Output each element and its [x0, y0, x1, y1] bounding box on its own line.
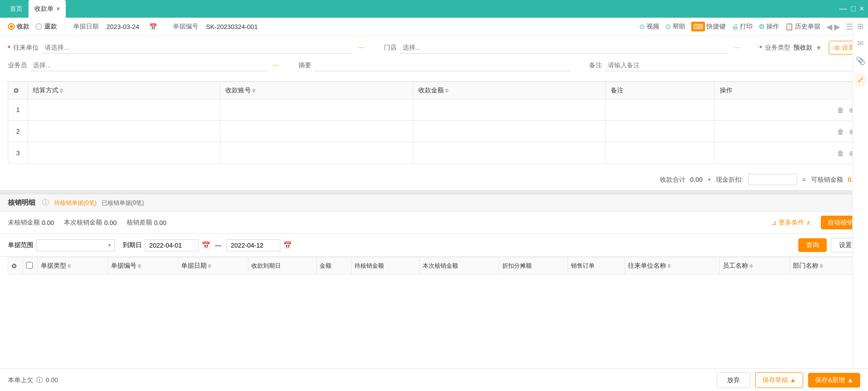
row-2-settle[interactable]	[28, 121, 220, 142]
account-sort[interactable]: 收款账号	[225, 86, 256, 95]
save-new-btn[interactable]: 保存&新增 ▲	[808, 373, 860, 388]
close-btn[interactable]: ×	[860, 4, 864, 13]
current-info-icon[interactable]: ⓘ	[36, 376, 43, 385]
row-2-amount[interactable]	[413, 121, 605, 142]
select-all-checkbox[interactable]	[26, 262, 33, 269]
query-btn[interactable]: 查询	[798, 238, 827, 252]
amount-sort[interactable]: 收款金额	[418, 86, 449, 95]
save-new-label: 保存&新增	[815, 376, 845, 385]
store-more-icon[interactable]: ···	[733, 43, 740, 52]
abandon-btn[interactable]: 放弃	[717, 372, 750, 388]
date-label: 单据日期	[73, 22, 99, 31]
video-btn[interactable]: ⊙ 视频	[639, 22, 659, 31]
business-type-select[interactable]: 预收款 ▼	[793, 43, 822, 52]
draft-arrow-icon[interactable]: ▲	[790, 376, 796, 384]
row-3-delete-icon[interactable]: 🗑	[837, 149, 844, 157]
bottom-th-discount: 折扣分摊额	[499, 257, 568, 275]
table-gear-header[interactable]: ⚙	[8, 82, 28, 99]
nav-next-icon[interactable]: ▶	[834, 22, 840, 31]
bottom-th-amount: 金额	[317, 257, 352, 275]
bottom-th-number: 单据编号	[108, 257, 178, 275]
tab-receipt[interactable]: 收款单 ×	[28, 0, 66, 18]
bottom-gear-icon[interactable]: ⚙	[11, 262, 17, 270]
row-1-remark[interactable]	[605, 99, 714, 121]
verification-header: 核销明细 ⓘ 待核销单据(0笔) 已核销单据(0笔)	[0, 191, 868, 212]
history-btn[interactable]: 📋 历史单据	[785, 22, 820, 31]
date-from-calendar-icon[interactable]: 📅	[202, 241, 210, 249]
summary-field: 摘要	[298, 59, 570, 71]
radio-receive[interactable]: 收款	[8, 22, 29, 31]
pending-tag[interactable]: 待核销单据(0笔)	[54, 199, 97, 207]
maximize-btn[interactable]: □	[851, 4, 856, 13]
list-view-icon[interactable]: ☰	[846, 22, 853, 31]
row-1-amount[interactable]	[413, 99, 605, 121]
row-2-delete-icon[interactable]: 🗑	[837, 128, 844, 136]
required-star: *	[8, 44, 10, 52]
table-row: 2 🗑 ⊕	[8, 121, 860, 142]
settle-sort[interactable]: 结算方式	[33, 86, 63, 95]
bottom-th-counterpart: 往来单位名称	[625, 257, 720, 275]
bottom-th-pending: 待核销金额	[352, 257, 420, 275]
rp-email-icon[interactable]: ✉	[857, 39, 864, 48]
more-conditions-btn[interactable]: ⊿ 更多条件 ∧	[771, 218, 811, 227]
range-select[interactable]	[36, 239, 115, 251]
row-2-remark[interactable]	[605, 121, 714, 142]
row-3-account[interactable]	[220, 142, 413, 164]
remark-input[interactable]	[605, 59, 860, 71]
bottom-th-due: 收款到期日	[248, 257, 317, 275]
calendar-icon[interactable]: 📅	[149, 23, 157, 30]
row-3-remark[interactable]	[605, 142, 714, 164]
tab-home-label: 首页	[10, 4, 23, 13]
row-1-account[interactable]	[220, 99, 413, 121]
help-btn[interactable]: ⊙ 帮助	[665, 22, 685, 31]
done-tag[interactable]: 已核销单据(0笔)	[102, 199, 144, 207]
bottom-th-staff: 员工名称	[719, 257, 789, 275]
staff-more-icon[interactable]: ···	[272, 61, 279, 70]
radio-refund[interactable]: 退款	[35, 22, 57, 31]
row-3-amount[interactable]	[413, 142, 605, 164]
rp-expand-icon[interactable]: ⤢	[855, 73, 866, 86]
rp-table-icon[interactable]: ⊞	[857, 22, 864, 31]
row-3-settle[interactable]	[28, 142, 220, 164]
summary-input[interactable]	[314, 59, 570, 71]
tab-receipt-label: 收款单	[34, 4, 54, 13]
staff-input[interactable]	[30, 59, 268, 71]
bottom-th-current: 本次核销金额	[420, 257, 499, 275]
toolbar-divider	[65, 22, 65, 31]
unverified-label: 未核销金额	[8, 218, 40, 227]
rp-attach-icon[interactable]: 📎	[856, 56, 866, 65]
filter-icon: ⊿	[771, 219, 777, 226]
counterpart-label: 往来单位	[13, 43, 39, 52]
shortcut-btn[interactable]: ⌨ 快捷键	[691, 22, 726, 31]
table-settle-header: 结算方式	[28, 82, 220, 99]
row-1-settle[interactable]	[28, 99, 220, 121]
remark-label: 备注	[589, 61, 602, 70]
date-to-calendar-icon[interactable]: 📅	[283, 241, 292, 249]
minimize-btn[interactable]: —	[839, 4, 847, 13]
business-type-label: 业务类型	[765, 43, 790, 52]
draft-btn[interactable]: 保存草稿 ▲	[755, 372, 804, 388]
nav-prev-icon[interactable]: ◀	[826, 22, 832, 31]
verification-info-icon[interactable]: ⓘ	[42, 198, 49, 207]
row-2-account[interactable]	[220, 121, 413, 142]
bottom-th-dept: 部门名称	[789, 257, 860, 275]
operation-btn[interactable]: ⚙ 操作	[759, 22, 779, 31]
bottom-th-order: 销售订单	[568, 257, 624, 275]
counterpart-input[interactable]	[42, 42, 353, 54]
draft-label: 保存草稿	[762, 376, 788, 385]
tab-close-icon[interactable]: ×	[56, 5, 60, 12]
date-from-input[interactable]	[145, 239, 199, 251]
current-verify-label: 本次核销金额	[64, 218, 102, 227]
row-1-delete-icon[interactable]: 🗑	[837, 106, 844, 114]
save-new-arrow-icon[interactable]: ▲	[847, 376, 853, 384]
date-to-input[interactable]	[226, 239, 280, 251]
tab-home[interactable]: 首页	[4, 0, 28, 18]
shortcut-icon: ⌨	[691, 22, 705, 31]
row-num-1: 1	[8, 99, 28, 121]
counterpart-more-icon[interactable]: ···	[357, 43, 364, 52]
discount-input[interactable]	[748, 174, 797, 185]
help-label: 帮助	[673, 22, 685, 31]
print-btn[interactable]: 🖨 打印	[732, 22, 753, 31]
discount-label: 现金折扣:	[716, 175, 743, 184]
store-input[interactable]	[400, 42, 729, 54]
